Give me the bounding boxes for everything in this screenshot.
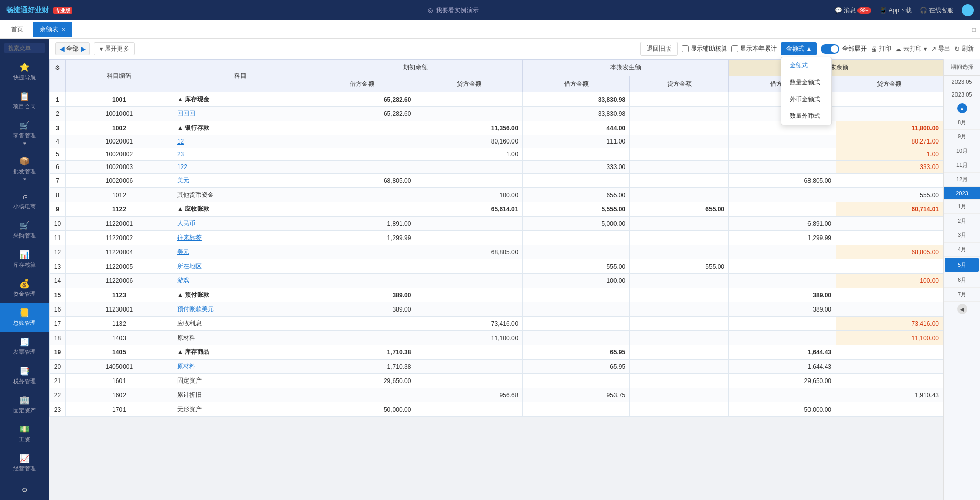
- assets-icon: 🏢: [19, 395, 30, 405]
- period-11[interactable]: 11月: [944, 158, 980, 173]
- table-row-cur-credit: [630, 360, 729, 374]
- sidebar-item-assets[interactable]: 🏢 固定资产: [0, 390, 49, 419]
- period-2023-05-1[interactable]: 2023.05: [944, 76, 980, 88]
- show-auxiliary-check[interactable]: 显示辅助核算: [682, 44, 727, 53]
- sidebar-item-inventory[interactable]: 📊 库存核算: [0, 245, 49, 274]
- demo-link[interactable]: ◎ 我要看实例演示: [428, 6, 479, 15]
- minimize-icon[interactable]: —: [964, 26, 970, 33]
- period-2023-05-2[interactable]: 2023.05: [944, 88, 980, 101]
- col-begin-debit-header: 借方金额: [308, 76, 415, 92]
- sidebar-item-retail[interactable]: 🛒 零售管理 ▾: [0, 115, 49, 151]
- table-row-num: 22: [50, 388, 66, 402]
- period-1[interactable]: 1月: [944, 200, 980, 214]
- table-row-code: 10020003: [66, 161, 173, 174]
- table-row-subject[interactable]: 所在地区: [173, 259, 308, 274]
- search-input[interactable]: [4, 43, 45, 53]
- period-7[interactable]: 7月: [944, 288, 980, 302]
- table-row-code: 1122: [66, 202, 173, 217]
- table-row-subject[interactable]: 人民币: [173, 217, 308, 231]
- tab-balance-sheet[interactable]: 余额表 ✕: [33, 22, 72, 37]
- tab-close-icon[interactable]: ✕: [61, 27, 65, 32]
- sidebar-item-quicknav[interactable]: ⭐ 快捷导航: [0, 57, 49, 86]
- table-row-begin-credit: [415, 92, 523, 107]
- mode-option-foreign-amount[interactable]: 外币金额式: [781, 91, 831, 108]
- table-row-cur-debit: [523, 148, 630, 161]
- app-download-btn[interactable]: 📱 App下载: [879, 6, 912, 15]
- table-row-end-debit: [729, 317, 836, 331]
- table-row-cur-debit: 33,830.98: [523, 107, 630, 121]
- mode-dropdown-btn[interactable]: 金额式 ▲: [781, 42, 817, 55]
- online-service-btn[interactable]: 🎧 在线客服: [920, 6, 953, 15]
- period-4[interactable]: 4月: [944, 243, 980, 257]
- table-row-begin-credit: 100.00: [415, 188, 523, 202]
- table-row-subject[interactable]: 美元: [173, 174, 308, 188]
- period-year-2023[interactable]: 2023: [944, 187, 980, 200]
- table-row-code: 10020002: [66, 148, 173, 161]
- sidebar-item-tax[interactable]: 📑 税务管理: [0, 361, 49, 390]
- period-3[interactable]: 3月: [944, 228, 980, 243]
- table-row-code: 11220006: [66, 274, 173, 288]
- period-up-nav[interactable]: ▲: [944, 101, 980, 115]
- sidebar-item-payroll[interactable]: 💵 工资: [0, 419, 49, 448]
- sidebar-item-purchase[interactable]: 🛒 采购管理: [0, 216, 49, 245]
- table-row-subject: 无形资产: [173, 402, 308, 417]
- expand-more-btn[interactable]: ▾ 展开更多: [94, 42, 135, 55]
- settings-icon[interactable]: ⚙: [22, 487, 28, 494]
- tab-home[interactable]: 首页: [4, 22, 31, 37]
- mode-option-qty-amount[interactable]: 数量金额式: [781, 74, 831, 91]
- expand-all-toggle[interactable]: 全部展开: [821, 44, 867, 54]
- period-5[interactable]: 5月: [945, 258, 979, 272]
- sidebar-item-ecommerce[interactable]: 🛍 小畅电商: [0, 187, 49, 216]
- col-settings-header[interactable]: ⚙: [50, 60, 66, 76]
- message-btn[interactable]: 💬 消息 99+: [835, 6, 871, 15]
- sidebar-item-operations[interactable]: 📈 经营管理: [0, 448, 49, 478]
- sidebar-settings[interactable]: ⚙: [0, 481, 49, 500]
- table-row-subject[interactable]: 预付账款美元: [173, 302, 308, 317]
- period-collapse-btn[interactable]: ◀: [957, 304, 967, 314]
- sidebar-item-ledger[interactable]: 📒 总账管理: [0, 303, 49, 332]
- table-row-subject[interactable]: 12: [173, 135, 308, 148]
- table-row-cur-credit: [630, 288, 729, 302]
- breadcrumb-forward-icon[interactable]: ▶: [81, 45, 85, 53]
- ytd-checkbox[interactable]: [731, 45, 738, 52]
- period-up-btn[interactable]: ▲: [957, 103, 967, 113]
- col-rownum-header: [50, 76, 66, 92]
- refresh-btn[interactable]: ↻ 刷新: [954, 44, 974, 53]
- sidebar-item-project[interactable]: 📋 项目合同: [0, 86, 49, 115]
- period-10[interactable]: 10月: [944, 144, 980, 158]
- mode-option-qty-foreign[interactable]: 数量外币式: [781, 108, 831, 125]
- user-avatar[interactable]: [962, 4, 974, 16]
- period-6[interactable]: 6月: [944, 273, 980, 288]
- table-row-subject[interactable]: 游戏: [173, 274, 308, 288]
- period-9[interactable]: 9月: [944, 130, 980, 144]
- breadcrumb-back-icon[interactable]: ◀: [60, 45, 64, 53]
- table-row-subject[interactable]: 23: [173, 148, 308, 161]
- table-row-code: 11220004: [66, 245, 173, 259]
- breadcrumb[interactable]: ◀ 全部 ▶: [55, 42, 90, 55]
- operations-icon: 📈: [19, 454, 30, 463]
- period-panel-title: 期间选择: [944, 59, 980, 76]
- table-row-cur-credit: [630, 388, 729, 402]
- table-row-num: 6: [50, 161, 66, 174]
- auxiliary-checkbox[interactable]: [682, 45, 689, 52]
- table-row-code: 10020006: [66, 174, 173, 188]
- sidebar-item-funds[interactable]: 💰 资金管理: [0, 274, 49, 303]
- print-btn[interactable]: 🖨 打印: [871, 44, 891, 53]
- period-12[interactable]: 12月: [944, 173, 980, 187]
- table-row-subject[interactable]: 122: [173, 161, 308, 174]
- cloud-print-btn[interactable]: ☁ 云打印 ▾: [895, 44, 927, 53]
- period-8[interactable]: 8月: [944, 115, 980, 130]
- table-row-subject[interactable]: 原材料: [173, 360, 308, 374]
- export-btn[interactable]: ↗ 导出: [931, 44, 950, 53]
- show-ytd-check[interactable]: 显示本年累计: [731, 44, 777, 53]
- return-old-btn[interactable]: 退回旧版: [640, 42, 678, 56]
- maximize-icon[interactable]: □: [972, 26, 976, 33]
- period-2[interactable]: 2月: [944, 214, 980, 228]
- table-row-subject[interactable]: 往来标签: [173, 231, 308, 245]
- mode-option-amount[interactable]: 金额式: [781, 57, 831, 74]
- sidebar-item-wholesale[interactable]: 📦 批发管理 ▾: [0, 151, 49, 187]
- sidebar-item-invoice[interactable]: 🧾 发票管理: [0, 332, 49, 361]
- toggle-control[interactable]: [821, 44, 839, 54]
- table-row-subject[interactable]: 回回回: [173, 107, 308, 121]
- table-row-subject[interactable]: 美元: [173, 245, 308, 259]
